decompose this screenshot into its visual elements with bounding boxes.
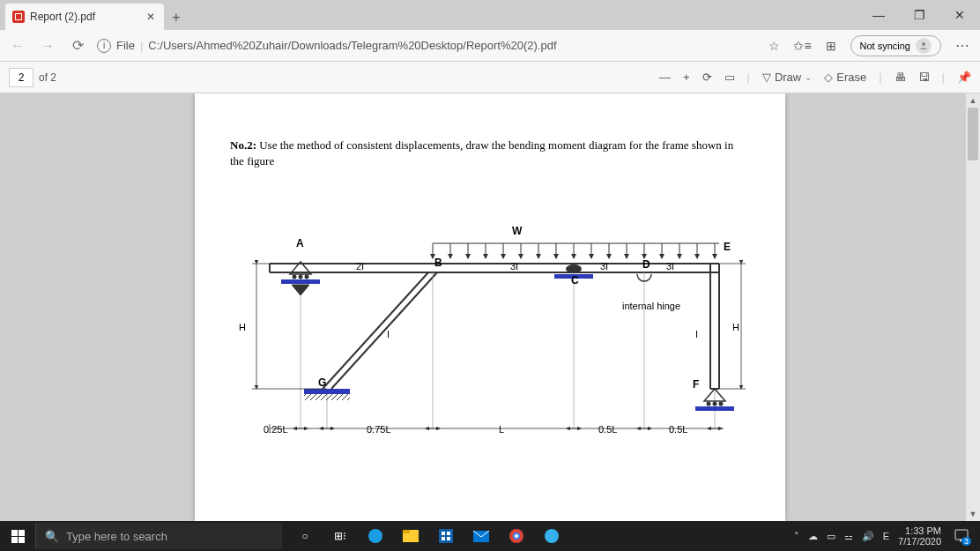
window-controls: — ❐ ✕ <box>858 0 980 30</box>
forward-button[interactable]: → <box>37 35 58 56</box>
tab-title: Report (2).pdf <box>30 11 139 23</box>
url-text: C:/Users/Ahmed%20Zuhair/Downloads/Telegr… <box>148 39 556 52</box>
svg-point-45 <box>707 402 711 406</box>
volume-icon[interactable]: 🔊 <box>862 531 874 542</box>
favorite-icon[interactable]: ☆ <box>766 37 783 55</box>
language-indicator[interactable]: E <box>883 531 889 541</box>
clock[interactable]: 1:33 PM 7/17/2020 <box>898 525 941 547</box>
svg-point-40 <box>566 264 582 273</box>
svg-rect-76 <box>447 537 450 540</box>
browser-tab[interactable]: Report (2).pdf ✕ <box>5 4 164 30</box>
svg-rect-73 <box>442 532 445 535</box>
svg-point-37 <box>299 275 303 279</box>
problem-text: No.2: Use the method of consistent displ… <box>230 138 750 168</box>
sync-button[interactable]: Not syncing <box>850 35 941 56</box>
battery-icon[interactable]: ▭ <box>827 531 835 542</box>
onedrive-icon[interactable]: ☁ <box>808 531 818 542</box>
explorer-icon[interactable] <box>393 521 428 551</box>
svg-rect-43 <box>304 394 350 400</box>
scroll-up-button[interactable]: ▲ <box>966 93 980 108</box>
back-button[interactable]: ← <box>7 35 28 56</box>
rotate-button[interactable]: ⟳ <box>702 71 712 84</box>
frame-diagram: A B C D E F G W H H 2I 3I 3I 3I I I inte… <box>230 221 750 450</box>
svg-marker-34 <box>292 285 309 295</box>
svg-rect-42 <box>304 389 350 394</box>
collections-icon[interactable]: ⊞ <box>822 37 840 55</box>
svg-rect-48 <box>695 406 734 411</box>
edge-legacy-icon[interactable] <box>534 521 569 551</box>
url-area[interactable]: i File | C:/Users/Ahmed%20Zuhair/Downloa… <box>97 39 757 53</box>
page-indicator: of 2 <box>9 68 56 87</box>
svg-rect-74 <box>447 532 450 535</box>
pin-toolbar-button[interactable]: 📌 <box>957 71 971 84</box>
info-icon[interactable]: i <box>97 39 111 53</box>
pdf-page: No.2: Use the method of consistent displ… <box>195 93 785 521</box>
title-bar: Report (2).pdf ✕ + — ❐ ✕ <box>0 0 980 30</box>
svg-point-0 <box>922 42 925 46</box>
chrome-icon[interactable] <box>499 521 534 551</box>
minimize-button[interactable]: — <box>858 0 899 30</box>
tab-close-icon[interactable]: ✕ <box>145 11 157 23</box>
maximize-button[interactable]: ❐ <box>899 0 939 30</box>
svg-line-26 <box>323 272 428 389</box>
svg-line-27 <box>331 272 437 389</box>
svg-point-36 <box>293 275 297 279</box>
page-input[interactable] <box>9 68 33 87</box>
wifi-icon[interactable]: ⚍ <box>844 531 853 542</box>
pdf-icon <box>12 11 25 23</box>
svg-point-69 <box>368 529 382 543</box>
action-center-icon[interactable]: 3 <box>950 525 973 547</box>
svg-rect-71 <box>403 530 410 533</box>
system-tray: ˄ ☁ ▭ ⚍ 🔊 E 1:33 PM 7/17/2020 3 <box>787 525 980 547</box>
highlighter-icon: ▽ <box>762 71 771 84</box>
pdf-toolbar: of 2 — + ⟳ ▭ | ▽ Draw ⌄ ◇ Erase | 🖶 🖫 | … <box>0 62 980 93</box>
windows-icon <box>11 530 25 543</box>
edge-icon[interactable] <box>358 521 393 551</box>
file-label: File <box>116 39 135 52</box>
taskbar: 🔍 Type here to search ○ ⊞⁝ ˄ ☁ ▭ ⚍ 🔊 E 1… <box>0 521 980 551</box>
task-icons: ○ ⊞⁝ <box>287 521 569 551</box>
vertical-scrollbar[interactable]: ▲ ▼ <box>966 93 980 521</box>
pdf-viewer[interactable]: No.2: Use the method of consistent displ… <box>0 93 980 521</box>
taskbar-search[interactable]: 🔍 Type here to search <box>35 523 282 549</box>
new-tab-button[interactable]: + <box>164 5 189 30</box>
svg-rect-75 <box>442 537 445 540</box>
close-button[interactable]: ✕ <box>939 0 980 30</box>
scroll-thumb[interactable] <box>968 108 978 160</box>
fit-page-button[interactable]: ▭ <box>724 71 735 84</box>
save-button[interactable]: 🖫 <box>918 71 930 84</box>
task-view-icon[interactable]: ⊞⁝ <box>323 521 358 551</box>
more-menu-button[interactable]: ⋯ <box>952 37 973 54</box>
cortana-icon[interactable]: ○ <box>287 521 323 551</box>
scroll-down-button[interactable]: ▼ <box>966 507 980 521</box>
svg-point-38 <box>305 275 309 279</box>
zoom-in-button[interactable]: + <box>683 71 690 84</box>
start-button[interactable] <box>0 521 35 551</box>
refresh-button[interactable]: ⟳ <box>67 35 88 56</box>
print-button[interactable]: 🖶 <box>895 71 906 84</box>
pdf-tools: — + ⟳ ▭ | ▽ Draw ⌄ ◇ Erase | 🖶 🖫 | 📌 <box>659 71 971 84</box>
svg-point-80 <box>515 534 518 538</box>
erase-button[interactable]: ◇ Erase <box>824 71 866 84</box>
search-placeholder: Type here to search <box>66 530 167 543</box>
svg-point-47 <box>719 402 724 406</box>
chevron-down-icon: ⌄ <box>805 72 812 82</box>
svg-point-46 <box>713 402 717 406</box>
page-total: of 2 <box>39 71 56 84</box>
eraser-icon: ◇ <box>824 71 833 84</box>
svg-rect-39 <box>281 279 320 284</box>
profile-avatar-icon <box>916 38 932 54</box>
address-bar: ← → ⟳ i File | C:/Users/Ahmed%20Zuhair/D… <box>0 30 980 62</box>
mail-icon[interactable] <box>464 521 499 551</box>
tray-chevron-icon[interactable]: ˄ <box>794 531 799 542</box>
toolbar-right: ☆ ✩≡ ⊞ Not syncing ⋯ <box>766 35 973 56</box>
draw-button[interactable]: ▽ Draw ⌄ <box>762 71 812 84</box>
svg-point-81 <box>545 529 559 543</box>
svg-rect-72 <box>439 529 453 543</box>
favorites-bar-icon[interactable]: ✩≡ <box>794 37 812 55</box>
zoom-out-button[interactable]: — <box>659 71 671 84</box>
search-icon: 🔍 <box>45 530 59 543</box>
store-icon[interactable] <box>428 521 464 551</box>
